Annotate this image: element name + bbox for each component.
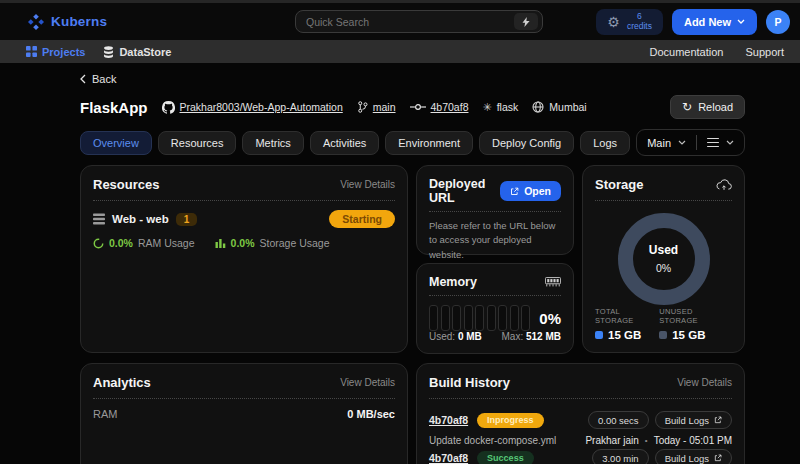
nav-item-datastore[interactable]: DataStore xyxy=(103,46,171,58)
tabs-right-controls: Main xyxy=(636,129,745,156)
git-commit-icon xyxy=(410,102,426,112)
build-status-badge: Inprogress xyxy=(477,413,544,428)
analytics-card: Analytics View Details RAM 0 MB/sec Resp… xyxy=(80,363,408,464)
view-menu[interactable] xyxy=(707,138,734,148)
build-history-view-details[interactable]: View Details xyxy=(677,377,732,388)
avatar[interactable]: P xyxy=(766,10,790,34)
resources-card: Resources View Details Web - web 1 Start… xyxy=(80,165,408,353)
deployed-url-description: Please refer to the URL below to access … xyxy=(429,219,561,262)
overview-content: Resources View Details Web - web 1 Start… xyxy=(80,165,745,464)
database-icon xyxy=(103,46,114,58)
build-meta-row: Update docker-compose.yml Prakhar jain •… xyxy=(429,435,732,446)
storage-donut-chart: Used 0% xyxy=(618,213,710,305)
git-branch-icon xyxy=(357,101,368,113)
build-logs-button[interactable]: Build Logs xyxy=(655,411,732,429)
branch-link[interactable]: main xyxy=(373,101,396,113)
github-icon xyxy=(162,101,175,114)
build-commit-link[interactable]: 4b70af8 xyxy=(429,452,468,464)
resources-title: Resources xyxy=(93,177,159,192)
tab-deploy-config[interactable]: Deploy Config xyxy=(479,131,574,155)
memory-card: Memory 0% xyxy=(416,263,574,354)
back-button[interactable]: Back xyxy=(80,73,140,85)
framework-meta: ✳ flask xyxy=(482,101,518,114)
build-history-card: Build History View Details 4b70af8 Inpro… xyxy=(416,363,745,464)
chevron-down-icon xyxy=(737,19,745,24)
tab-environment[interactable]: Environment xyxy=(385,131,473,155)
analytics-ram-value: 0 MB/sec xyxy=(347,408,395,420)
resources-view-details[interactable]: View Details xyxy=(340,179,395,190)
build-duration: 3.00 min xyxy=(592,449,648,464)
storage-title: Storage xyxy=(595,177,643,192)
donut-label: Used xyxy=(649,243,678,257)
memory-used: Used: 0 MB xyxy=(429,331,482,342)
commit-link[interactable]: 4b70af8 xyxy=(431,101,469,113)
reload-button[interactable]: ↻ Reload xyxy=(670,95,745,119)
service-row[interactable]: Web - web 1 Starting xyxy=(93,210,395,228)
repo-link[interactable]: Prakhar8003/Web-App-Automation xyxy=(180,101,343,113)
search-input[interactable] xyxy=(306,16,514,28)
external-link-icon xyxy=(714,454,722,462)
nav-item-projects[interactable]: Projects xyxy=(26,46,85,58)
divider xyxy=(429,295,561,296)
app-bar: Kuberns ⚙ 6 credits Add New P xyxy=(0,3,800,40)
support-link[interactable]: Support xyxy=(745,46,784,58)
quick-action-shortcut[interactable] xyxy=(514,13,538,30)
build-logs-button[interactable]: Build Logs xyxy=(655,449,732,464)
service-status-badge: Starting xyxy=(329,210,395,228)
total-storage-stat: TOTAL STORAGE 15 GB xyxy=(595,307,659,341)
service-count-badge: 1 xyxy=(176,213,198,226)
cloud-icon xyxy=(716,178,732,191)
storage-card: Storage Used 0% TOTAL STORAGE 15 xyxy=(582,165,745,353)
tab-overview[interactable]: Overview xyxy=(80,131,152,155)
memory-percent: 0% xyxy=(539,310,561,327)
reload-icon: ↻ xyxy=(682,100,692,114)
tab-metrics[interactable]: Metrics xyxy=(242,131,303,155)
tab-resources[interactable]: Resources xyxy=(158,131,237,155)
search-box[interactable] xyxy=(295,10,543,33)
bar-chart-icon xyxy=(215,238,226,248)
app-header-row: FlaskApp Prakhar8003/Web-App-Automation … xyxy=(80,95,745,119)
add-new-button[interactable]: Add New xyxy=(672,9,757,35)
gear-icon: ⚙ xyxy=(607,15,620,29)
divider xyxy=(696,135,697,150)
unused-storage-stat: UNUSED STORAGE 15 GB xyxy=(659,307,732,341)
environment-selector[interactable]: Main xyxy=(647,137,686,149)
ram-usage: 0.0% RAM Usage xyxy=(93,237,195,249)
memory-title: Memory xyxy=(429,275,477,289)
tabs-row: Overview Resources Metrics Activities En… xyxy=(80,129,745,156)
secondary-nav: Projects DataStore Documentation Support xyxy=(0,40,800,63)
analytics-ram-label: RAM xyxy=(93,408,117,420)
unused-storage-swatch xyxy=(659,331,667,339)
loader-ring-icon xyxy=(93,238,104,249)
divider xyxy=(93,200,395,201)
build-message: Update docker-compose.yml xyxy=(429,435,556,446)
server-stack-icon xyxy=(93,213,105,225)
divider xyxy=(93,398,395,399)
external-link-icon xyxy=(714,416,722,424)
globe-icon xyxy=(532,101,544,113)
total-storage-swatch xyxy=(595,331,603,339)
hamburger-icon xyxy=(707,138,719,148)
credits-label: credits xyxy=(627,22,652,32)
credits-badge[interactable]: ⚙ 6 credits xyxy=(596,9,663,35)
analytics-view-details[interactable]: View Details xyxy=(340,377,395,388)
brand[interactable]: Kuberns xyxy=(28,14,107,30)
app-name: FlaskApp xyxy=(80,99,148,116)
analytics-title: Analytics xyxy=(93,375,151,390)
open-url-button[interactable]: Open xyxy=(500,181,561,201)
commit-meta: 4b70af8 xyxy=(410,101,469,113)
kuberns-logo-icon xyxy=(28,14,44,30)
build-commit-link[interactable]: 4b70af8 xyxy=(429,414,468,426)
build-row: 4b70af8 Success 3.00 min Build Logs xyxy=(429,449,732,464)
repo-meta: Prakhar8003/Web-App-Automation xyxy=(162,101,343,114)
tab-logs[interactable]: Logs xyxy=(580,131,630,155)
storage-usage: 0.0% Storage Usage xyxy=(215,237,330,249)
chevron-down-icon xyxy=(678,140,686,145)
build-history-title: Build History xyxy=(429,375,510,390)
documentation-link[interactable]: Documentation xyxy=(649,46,723,58)
donut-value: 0% xyxy=(656,262,671,274)
deployed-url-title: Deployed URL xyxy=(429,177,500,205)
lightning-icon xyxy=(522,17,530,27)
tab-activities[interactable]: Activities xyxy=(310,131,379,155)
region-meta: Mumbai xyxy=(532,101,586,113)
